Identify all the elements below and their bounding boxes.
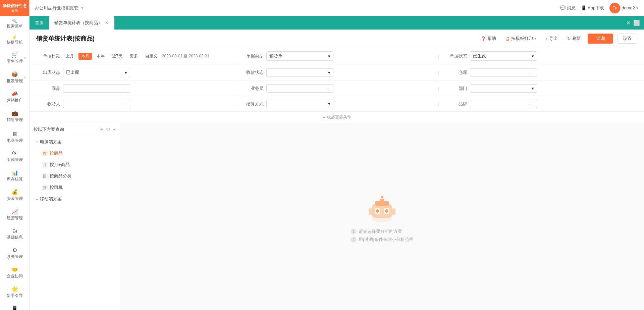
search-label: 搜索菜单 [2,23,27,29]
sidebar-search[interactable]: 🔍 搜索菜单 [0,16,29,32]
receiver-select[interactable]: ··· [63,100,130,108]
warehouse-dots[interactable]: ··· [528,70,534,75]
sidebar-item-operations[interactable]: 📈 经营管理 [0,205,29,224]
apps-icon: 📱 [11,305,18,310]
user-dropdown-icon: ▾ [636,5,639,10]
scheme-by-category[interactable]: 回 按商品分类 [30,170,120,182]
message-btn[interactable]: 💬 消息 [560,5,576,11]
sales-label: 销售管理 [7,117,23,123]
sidebar-item-sales[interactable]: 💼 销售管理 [0,107,29,126]
user-menu[interactable]: Ea demo2 ▾ [609,3,639,13]
tab-home[interactable]: 首页 [30,16,49,30]
payment-status-select[interactable]: ▾ [266,68,333,77]
sidebar-item-purchase[interactable]: 🛍 采购管理 [0,147,29,166]
add-scheme-btn[interactable]: + [100,126,103,133]
out-status-select[interactable]: 已出库 ▾ [63,68,130,77]
empty-illustration [365,191,399,224]
sidebar-item-basic[interactable]: 🗂 基础信息 [0,224,29,244]
message-icon: 💬 [560,5,566,10]
tab-close-btn[interactable]: ✕ [104,20,109,25]
help-btn[interactable]: ❓ 帮助 [478,34,499,43]
out-status-dropdown-icon: ▾ [125,70,127,75]
scheme-by-month-product-label: 按月+商品 [50,162,70,168]
brand-select[interactable]: ··· [470,100,537,108]
salesperson-value: ··· [266,84,434,93]
template-print-btn[interactable]: 🖨 按模板打印 ▾ [503,34,539,43]
sidebar-item-retail[interactable]: 🛒 零售管理 [0,48,29,68]
salesperson-dots[interactable]: ··· [324,86,331,91]
product-label: 商品 [36,86,63,92]
sidebar-item-finance[interactable]: 💰 资金管理 [0,186,29,205]
sidebar-item-wholesale[interactable]: 📦 批发管理 [0,68,29,87]
guide-icon: 🌟 [11,286,18,292]
settings-scheme-btn[interactable]: ⚙ [106,126,110,133]
scheme-by-driver[interactable]: 按 按司机 [30,182,120,193]
logo-name-line1: 畅捷信好生意 [3,3,27,9]
out-status-value: 已出库 ▾ [63,68,230,77]
filter-row-1: 单据日期 上月 本月 本年 近7天 更多 自定义 2023-03-01 至 20… [30,48,644,64]
refresh-btn[interactable]: ↻ 刷新 [565,34,584,43]
purchase-label: 采购管理 [7,157,23,163]
doc-status-label: 单据状态 [443,53,470,59]
date-btn-this-month[interactable]: 本月 [78,53,92,60]
main-container: 办公用品行业模拟账套 ▾ 💬 消息 📱 App下载 Ea demo2 ▾ 首页 … [30,0,644,310]
guide-label: 新手引导 [7,293,23,299]
pc-section-header[interactable]: ▾ 电脑端方案 [30,136,120,148]
app-download-label: App下载 [588,5,604,11]
out-status-selected: 已出库 [66,69,79,75]
cooperation-label: 企业协同 [7,273,23,279]
data-area: 1 请先选择要分析的方案 2 用[过滤]条件来缩小分析范围 [120,123,644,310]
date-btn-this-year[interactable]: 本年 [94,53,107,60]
sidebar-item-guide[interactable]: 🌟 新手引导 [0,282,29,302]
header-right: 💬 消息 📱 App下载 Ea demo2 ▾ [560,3,639,13]
filter-row-3: 商品 ··· | 业务员 ··· | [30,81,644,96]
brand-label: 品牌 [443,101,470,107]
sidebar-item-system[interactable]: ⚙ 系统管理 [0,244,29,263]
template-print-label: 按模板打印 [511,36,533,42]
tab-maximize-icon[interactable]: ⬜ [633,20,640,26]
sidebar-item-cooperation[interactable]: 🤝 企业协同 [0,263,29,282]
inventory-label: 库存核算 [7,176,23,182]
tab-minimize-icon[interactable]: ✕ [626,20,631,26]
date-btn-prev-month[interactable]: 上月 [63,53,76,60]
export-label: 导出 [549,36,558,42]
logo: 畅捷信好生意 标版 [0,0,29,16]
search-icon: 🔍 [2,19,27,23]
doc-status-select[interactable]: 已生效 ▾ [470,51,537,61]
date-btn-more[interactable]: 更多 [127,53,141,60]
settlement-select[interactable]: ▾ [266,100,333,108]
brand-dots[interactable]: ··· [528,101,534,106]
scheme-by-month-product[interactable]: 月 按月+商品 [30,159,120,170]
scheme-by-product[interactable]: 按 按商品 [30,148,120,159]
receiver-dots[interactable]: ··· [121,101,127,106]
tab-sales-report[interactable]: 销货单统计表（按商品） ✕ [49,16,114,30]
doc-type-select[interactable]: 销货单 ▾ [266,51,333,61]
sidebar-item-apps[interactable]: 📱 应用中心 [0,302,29,310]
basic-label: 基础信息 [7,235,23,240]
tip-text-1: 请先选择要分析的方案 [359,228,402,235]
collapse-bar[interactable]: ∧ 收起更多条件 [30,112,644,123]
payment-status-dropdown-icon: ▾ [328,70,330,75]
doc-status-selected: 已生效 [473,53,486,59]
subtitle-dropdown[interactable]: ▾ [81,5,84,10]
quick-nav[interactable]: ⚡ 快捷导航 [0,32,29,48]
divider-r4-2: | [438,101,439,106]
warehouse-select[interactable]: ··· [470,68,537,77]
app-download-btn[interactable]: 📱 App下载 [581,5,604,11]
date-btn-7days[interactable]: 近7天 [109,53,125,60]
sidebar-item-marketing[interactable]: 📣 营销推广 [0,87,29,107]
salesperson-select[interactable]: ··· [266,84,333,93]
date-btn-custom[interactable]: 自定义 [143,53,160,60]
system-icon: ⚙ [12,247,17,253]
product-select[interactable]: ··· [63,84,130,93]
sidebar-item-ecommerce[interactable]: 🖥 电商管理 [0,128,29,147]
department-select[interactable]: ▾ [470,84,537,93]
query-button[interactable]: 查询 [588,34,613,44]
export-btn[interactable]: ↑ 导出 [543,34,561,43]
mobile-section-header[interactable]: ▸ 移动端方案 [30,193,120,205]
collapse-panel-btn[interactable]: « [113,126,116,133]
sidebar-item-inventory[interactable]: 📊 库存核算 [0,166,29,186]
product-dots[interactable]: ··· [121,86,127,91]
doc-type-value: 销货单 ▾ [266,51,434,61]
settings-button[interactable]: 设置 [617,34,637,44]
